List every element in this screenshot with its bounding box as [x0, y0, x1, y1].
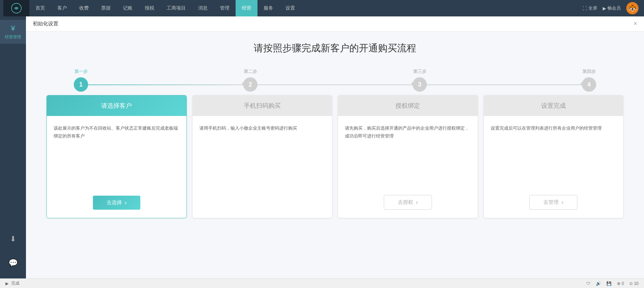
sidebar-item-operation[interactable]: ¥ 经营管理	[0, 20, 26, 44]
step-card-2: 手机扫码购买 请用手机扫码，输入小微企业主账号密码进行购买	[192, 95, 333, 218]
status-right: 🛡 🔊 💾 ⊕ 0 ⊙ 10	[586, 281, 639, 286]
step-1-wrapper: 第一步 1	[74, 68, 88, 92]
nav-item-bills[interactable]: 票据	[95, 0, 117, 16]
card-1-btn-arrow: ›	[125, 199, 127, 206]
card-1-footer: 去选择 ›	[47, 190, 186, 218]
step-line-1	[88, 84, 243, 85]
wizard-container: 请按照步骤完成新客户的开通购买流程 第一步 1 第二步 2 第三步	[26, 31, 644, 278]
card-2-header: 手机扫码购买	[193, 95, 332, 116]
step-4-wrapper: 第四步 4	[582, 68, 596, 92]
card-3-button[interactable]: 去授权 ›	[384, 195, 432, 210]
card-3-header: 授权绑定	[338, 95, 478, 116]
step-line-3	[427, 84, 582, 85]
card-1-btn-label: 去选择	[107, 199, 122, 206]
step-4-label: 第四步	[583, 68, 596, 75]
notification-count: ⊕ 0	[617, 281, 624, 286]
step-2-circle: 2	[243, 77, 257, 92]
step-1-label: 第一步	[74, 68, 88, 75]
card-3-btn-label: 去授权	[398, 199, 413, 206]
play-icon: ▶	[603, 6, 606, 11]
nav-item-home[interactable]: 首页	[29, 0, 51, 16]
vip-label: 畅会员	[607, 5, 621, 11]
nav-item-charge[interactable]: 收费	[73, 0, 95, 16]
step-4-circle: 4	[582, 77, 596, 92]
card-1-header: 请选择客户	[47, 95, 186, 116]
close-button[interactable]: ×	[633, 20, 637, 27]
help-icon: 💬	[9, 259, 18, 267]
steps-indicator: 第一步 1 第二步 2 第三步 3 第四步	[46, 68, 624, 92]
status-text: 完成	[11, 280, 19, 286]
card-3-footer: 去授权 ›	[338, 189, 478, 218]
step-3-circle: 3	[412, 77, 427, 92]
shield-icon: 🛡	[586, 281, 590, 286]
nav-item-message[interactable]: 消息	[192, 0, 214, 16]
card-4-btn-label: 去管理	[543, 199, 559, 206]
nav-item-service[interactable]: 服务	[257, 0, 279, 16]
fullscreen-label: 全屏	[588, 5, 597, 11]
card-4-header: 设置完成	[484, 95, 624, 116]
app-logo	[3, 0, 29, 16]
nav-item-manage[interactable]: 管理	[214, 0, 236, 16]
fullscreen-icon: ⛶	[583, 6, 587, 11]
step-1-circle: 1	[74, 77, 88, 92]
card-2-footer	[193, 204, 332, 218]
card-1-body: 该处展示的客户为不在回收站、客户状态正常建账后完成老板端绑定的所有客户	[47, 116, 186, 190]
nav-items: 首页 客户 收费 票据 记账 报税 工商项目 消息 管理 经营 服务 设置	[29, 0, 583, 16]
card-1-button[interactable]: 去选择 ›	[93, 196, 140, 210]
app-body: ¥ 经营管理 ⬇ 💬 初始化设置 × 请按照步骤完成新客户的开通购买流程	[0, 16, 644, 278]
step-2-wrapper: 第二步 2	[243, 68, 257, 92]
card-4-footer: 去管理 ›	[484, 189, 624, 218]
step-card-4: 设置完成 设置完成后可以在管理列表进行所有企业用户的经营管理 去管理 ›	[484, 95, 624, 218]
card-3-body: 请先购买，购买后选择开通的产品中的企业用户进行授权绑定，成功后即可进行经营管理	[338, 116, 478, 189]
wizard-title: 请按照步骤完成新客户的开通购买流程	[46, 42, 624, 55]
nav-item-tax[interactable]: 报税	[139, 0, 160, 16]
page-header: 初始化设置 ×	[26, 16, 644, 31]
play-status-icon: ▶	[5, 281, 9, 286]
fullscreen-btn[interactable]: ⛶ 全屏	[583, 5, 597, 11]
status-bar: ▶ 完成 🛡 🔊 💾 ⊕ 0 ⊙ 10	[0, 278, 644, 288]
page-title: 初始化设置	[33, 21, 58, 27]
save-icon: 💾	[606, 281, 612, 286]
top-navigation: 首页 客户 收费 票据 记账 报税 工商项目 消息 管理 经营 服务 设置 ⛶ …	[0, 0, 644, 16]
step-3-wrapper: 第三步 3	[412, 68, 427, 92]
nav-item-settings[interactable]: 设置	[279, 0, 301, 16]
nav-item-customer[interactable]: 客户	[51, 0, 73, 16]
progress-indicator: ⊙ 10	[629, 281, 639, 286]
card-2-body: 请用手机扫码，输入小微企业主账号密码进行购买	[193, 116, 332, 204]
step-card-1: 请选择客户 该处展示的客户为不在回收站、客户状态正常建账后完成老板端绑定的所有客…	[46, 95, 187, 218]
nav-item-business[interactable]: 工商项目	[160, 0, 192, 16]
step-line-2	[257, 84, 412, 85]
sidebar: ¥ 经营管理 ⬇ 💬	[0, 16, 26, 278]
status-left: ▶ 完成	[5, 280, 19, 286]
sidebar-item-download[interactable]: ⬇	[0, 227, 26, 251]
nav-right: ⛶ 全屏 ▶ 畅会员 🐯	[583, 2, 644, 14]
vip-btn[interactable]: ▶ 畅会员	[603, 5, 621, 11]
download-icon: ⬇	[10, 235, 16, 244]
sidebar-item-help[interactable]: 💬	[0, 251, 26, 275]
sound-icon: 🔊	[596, 281, 601, 286]
step-card-3: 授权绑定 请先购买，购买后选择开通的产品中的企业用户进行授权绑定，成功后即可进行…	[338, 95, 478, 218]
card-4-body: 设置完成后可以在管理列表进行所有企业用户的经营管理	[484, 116, 624, 189]
avatar[interactable]: 🐯	[626, 2, 639, 14]
step-3-label: 第三步	[413, 68, 426, 75]
sidebar-item-label: 经营管理	[5, 34, 21, 40]
card-4-btn-arrow: ›	[561, 199, 563, 206]
yuan-icon: ¥	[11, 24, 15, 33]
sidebar-bottom: ⬇ 💬	[0, 227, 26, 278]
step-2-label: 第二步	[244, 68, 257, 75]
nav-item-accounting[interactable]: 记账	[117, 0, 139, 16]
card-4-button[interactable]: 去管理 ›	[529, 195, 577, 210]
main-content: 初始化设置 × 请按照步骤完成新客户的开通购买流程 第一步 1 第二步 2	[26, 16, 644, 278]
step-cards: 请选择客户 该处展示的客户为不在回收站、客户状态正常建账后完成老板端绑定的所有客…	[46, 95, 624, 218]
card-3-btn-arrow: ›	[416, 199, 418, 206]
nav-item-operation[interactable]: 经营	[236, 0, 257, 16]
